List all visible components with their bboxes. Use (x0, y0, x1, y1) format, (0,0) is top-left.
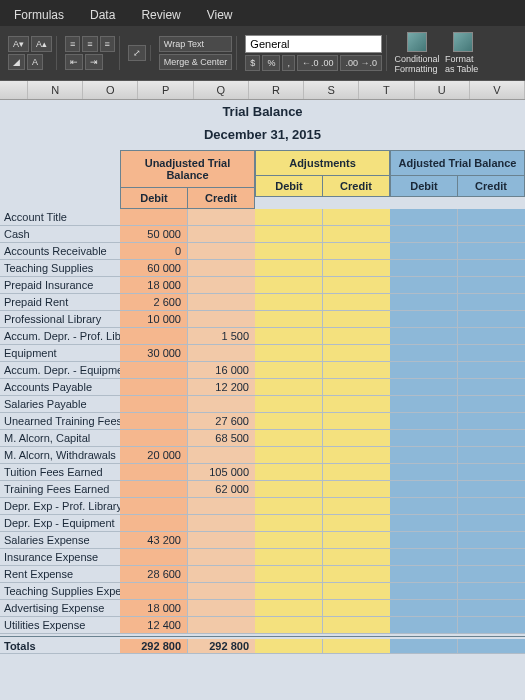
cell-credit[interactable] (323, 396, 390, 412)
cell-debit[interactable]: 292 800 (120, 639, 188, 653)
cell-debit[interactable] (255, 515, 323, 531)
cell-credit[interactable] (458, 617, 525, 633)
cell-debit[interactable] (390, 260, 458, 276)
merge-center-button[interactable]: Merge & Center (159, 54, 233, 70)
cell-debit[interactable]: 28 600 (120, 566, 188, 582)
cell-debit[interactable] (255, 328, 323, 344)
cell-debit[interactable] (390, 396, 458, 412)
cell-credit[interactable] (458, 447, 525, 463)
cell-debit[interactable]: 0 (120, 243, 188, 259)
cell-credit[interactable]: 27 600 (188, 413, 255, 429)
cell-credit[interactable] (323, 430, 390, 446)
cell-credit[interactable] (323, 600, 390, 616)
decrease-decimal-button[interactable]: .00 →.0 (340, 55, 382, 71)
fill-color-button[interactable]: ◢ (8, 54, 25, 70)
cell-debit[interactable] (255, 600, 323, 616)
indent-right-button[interactable]: ⇥ (85, 54, 103, 70)
wrap-text-button[interactable]: Wrap Text (159, 36, 233, 52)
cell-debit[interactable] (390, 243, 458, 259)
select-all-cell[interactable] (0, 81, 28, 99)
cell-credit[interactable] (323, 549, 390, 565)
cell-debit[interactable]: 2 600 (120, 294, 188, 310)
orientation-button[interactable]: ⤢ (128, 45, 146, 61)
cell-debit[interactable] (255, 311, 323, 327)
cell-debit[interactable] (120, 498, 188, 514)
cell-credit[interactable] (323, 226, 390, 242)
cell-debit[interactable] (255, 617, 323, 633)
cell-credit[interactable]: 1 500 (188, 328, 255, 344)
col-header[interactable]: V (470, 81, 525, 99)
cell-credit[interactable] (458, 566, 525, 582)
cell-debit[interactable] (255, 260, 323, 276)
cell-credit[interactable] (323, 294, 390, 310)
cell-credit[interactable] (188, 515, 255, 531)
col-header[interactable]: R (249, 81, 304, 99)
cell-debit[interactable] (390, 583, 458, 599)
cell-credit[interactable] (323, 209, 390, 225)
table-row[interactable]: Depr. Exp - Equipment (0, 515, 525, 532)
cell-debit[interactable] (255, 481, 323, 497)
increase-decimal-button[interactable]: ←.0 .00 (297, 55, 339, 71)
table-row[interactable]: Prepaid Rent2 600 (0, 294, 525, 311)
cell-credit[interactable] (188, 260, 255, 276)
cell-credit[interactable] (188, 311, 255, 327)
cell-debit[interactable] (255, 362, 323, 378)
cell-debit[interactable] (390, 549, 458, 565)
cell-debit[interactable] (390, 362, 458, 378)
cell-credit[interactable] (188, 294, 255, 310)
cell-debit[interactable] (390, 566, 458, 582)
cell-debit[interactable] (255, 396, 323, 412)
cell-credit[interactable] (188, 583, 255, 599)
cell-debit[interactable] (255, 243, 323, 259)
cell-debit[interactable] (120, 549, 188, 565)
cell-debit[interactable] (120, 328, 188, 344)
cell-credit[interactable] (188, 498, 255, 514)
cell-credit[interactable] (323, 345, 390, 361)
cell-debit[interactable]: 18 000 (120, 277, 188, 293)
table-row[interactable]: Account Title (0, 209, 525, 226)
cell-debit[interactable]: 20 000 (120, 447, 188, 463)
cell-credit[interactable] (458, 600, 525, 616)
cell-debit[interactable] (255, 379, 323, 395)
cell-debit[interactable] (390, 379, 458, 395)
cell-debit[interactable] (120, 481, 188, 497)
cell-debit[interactable] (390, 498, 458, 514)
cell-credit[interactable] (323, 362, 390, 378)
cell-debit[interactable] (255, 549, 323, 565)
cell-credit[interactable] (323, 583, 390, 599)
cell-debit[interactable] (255, 639, 323, 653)
cell-debit[interactable] (120, 379, 188, 395)
tab-review[interactable]: Review (137, 4, 184, 26)
cell-credit[interactable] (458, 532, 525, 548)
cell-credit[interactable] (458, 311, 525, 327)
cell-debit[interactable] (255, 498, 323, 514)
cell-credit[interactable] (458, 379, 525, 395)
cell-credit[interactable] (458, 413, 525, 429)
table-row[interactable]: Rent Expense28 600 (0, 566, 525, 583)
align-center-button[interactable]: ≡ (82, 36, 97, 52)
cell-credit[interactable] (323, 617, 390, 633)
cell-credit[interactable] (458, 549, 525, 565)
cell-debit[interactable]: 60 000 (120, 260, 188, 276)
table-row[interactable]: Totals292 800292 800 (0, 636, 525, 654)
cell-debit[interactable]: 43 200 (120, 532, 188, 548)
cell-debit[interactable] (255, 464, 323, 480)
cell-credit[interactable] (323, 515, 390, 531)
cell-debit[interactable] (255, 345, 323, 361)
cell-credit[interactable] (323, 277, 390, 293)
col-header[interactable]: P (138, 81, 193, 99)
cell-debit[interactable] (120, 413, 188, 429)
cell-debit[interactable] (390, 294, 458, 310)
spreadsheet-grid[interactable]: Trial Balance December 31, 2015 Unadjust… (0, 100, 525, 700)
cell-credit[interactable] (458, 639, 525, 653)
cell-credit[interactable] (458, 396, 525, 412)
currency-button[interactable]: $ (245, 55, 260, 71)
cell-debit[interactable] (120, 464, 188, 480)
cell-credit[interactable] (188, 617, 255, 633)
cell-debit[interactable] (390, 328, 458, 344)
cell-credit[interactable] (458, 277, 525, 293)
cell-debit[interactable]: 50 000 (120, 226, 188, 242)
cell-debit[interactable] (390, 226, 458, 242)
conditional-formatting-button[interactable]: Conditional Formatting (395, 30, 439, 76)
cell-debit[interactable] (390, 600, 458, 616)
